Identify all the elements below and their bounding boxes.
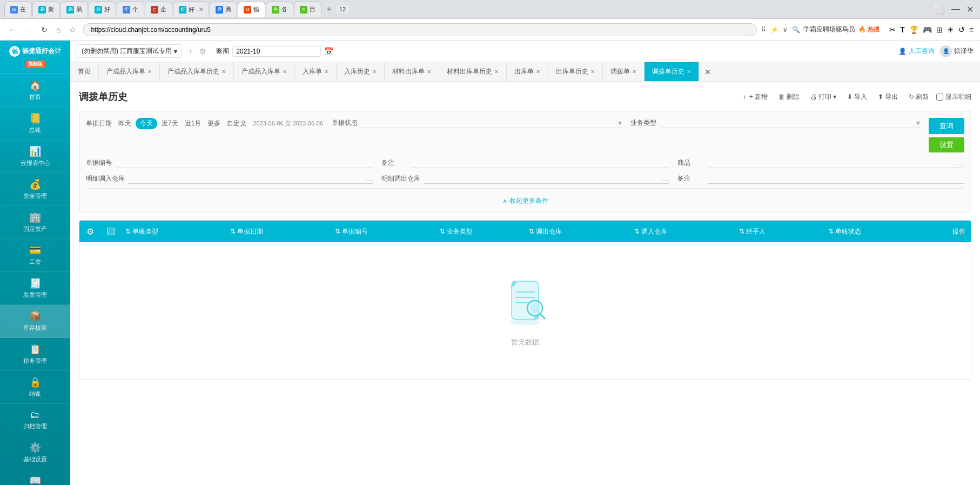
th-doc-type[interactable]: ⇅ 单账类型 bbox=[120, 227, 225, 236]
tab-close-icon[interactable]: ✕ bbox=[283, 69, 287, 75]
tab-close-icon[interactable]: ✕ bbox=[372, 69, 377, 75]
browser-tab-5[interactable]: 个 个 bbox=[117, 1, 144, 17]
th-handler[interactable]: ⇅ 经手人 bbox=[734, 227, 823, 236]
doc-no-input[interactable] bbox=[116, 158, 373, 168]
sidebar-item-invoice[interactable]: 🧾 发票管理 bbox=[0, 272, 70, 305]
browser-tab-10[interactable]: 各 各 bbox=[266, 1, 293, 17]
close-all-tabs-button[interactable]: ✕ bbox=[699, 63, 716, 81]
home-button[interactable]: ⌂ bbox=[54, 23, 63, 36]
refresh-button[interactable]: ↻ 刷新 bbox=[905, 91, 932, 103]
last7-option[interactable]: 近7天 bbox=[159, 118, 180, 129]
delete-button[interactable]: 🗑 删除 bbox=[775, 91, 803, 103]
new-button[interactable]: ＋ + 新增 bbox=[738, 91, 771, 103]
th-biz-type[interactable]: ⇅ 业务类型 bbox=[434, 227, 523, 236]
sidebar-item-inventory[interactable]: 📦 库存核算 bbox=[0, 305, 70, 338]
collapse-button[interactable]: ∧ 收起更多条件 bbox=[502, 196, 548, 205]
goods-input[interactable] bbox=[708, 158, 957, 168]
tab-product-in[interactable]: 产成品入库单 ✕ bbox=[99, 62, 160, 82]
window-controls[interactable]: ⬜ — ✕ bbox=[932, 4, 976, 15]
browser-tab-6[interactable]: C 企 bbox=[145, 1, 172, 17]
tab-close-icon[interactable]: ✕ bbox=[147, 69, 152, 75]
sidebar-item-close[interactable]: 🔒 结账 bbox=[0, 371, 70, 404]
detail-remark-input[interactable] bbox=[708, 174, 964, 184]
tab-out-hist[interactable]: 出库单历史 ✕ bbox=[548, 62, 603, 82]
th-doc-date[interactable]: ⇅ 单据日期 bbox=[225, 227, 330, 236]
sidebar-item-ledger[interactable]: 📒 总账 bbox=[0, 107, 70, 140]
last-month-option[interactable]: 近1月 bbox=[183, 118, 204, 129]
goods-ellipsis-icon[interactable]: … bbox=[957, 158, 964, 167]
custom-option[interactable]: 自定义 bbox=[225, 118, 249, 129]
filter-settings-button[interactable]: 设置 bbox=[929, 137, 964, 152]
detail-out-wh-ellipsis-icon[interactable]: … bbox=[661, 174, 669, 183]
address-input[interactable] bbox=[83, 23, 757, 36]
display-toggle-checkbox[interactable] bbox=[936, 94, 943, 101]
tab-close-icon[interactable]: ✕ bbox=[687, 69, 691, 75]
display-toggle[interactable]: 显示明细 bbox=[936, 92, 971, 102]
tab-close-icon[interactable]: ✕ bbox=[536, 69, 540, 75]
sidebar-item-finance[interactable]: 💰 资金管理 bbox=[0, 173, 70, 206]
export-button[interactable]: ⬆ 导出 bbox=[875, 91, 901, 103]
tab-close-icon[interactable]: ✕ bbox=[427, 69, 431, 75]
browser-tab-11[interactable]: S 目 bbox=[294, 1, 321, 17]
tab-transfer-hist[interactable]: 调拨单历史 ✕ bbox=[645, 62, 699, 82]
th-doc-status[interactable]: ⇅ 单账状态 bbox=[823, 227, 928, 236]
browser-tab-9[interactable]: M 畅 bbox=[238, 1, 265, 17]
detail-in-wh-input[interactable] bbox=[128, 174, 365, 183]
tab-material-out[interactable]: 材料出库单 ✕ bbox=[385, 62, 439, 82]
user-info[interactable]: 👤 徐泽华 bbox=[940, 45, 974, 57]
th-out-wh[interactable]: ⇅ 调出仓库 bbox=[523, 227, 628, 236]
doc-status-dropdown-icon[interactable]: ▾ bbox=[618, 118, 622, 127]
query-button[interactable]: 查询 bbox=[929, 118, 964, 134]
back-button[interactable]: ← bbox=[6, 23, 18, 36]
detail-in-wh-ellipsis-icon[interactable]: … bbox=[365, 174, 373, 183]
remark-input[interactable] bbox=[412, 158, 668, 168]
select-all-checkbox[interactable] bbox=[107, 228, 115, 235]
tab-stock-in[interactable]: 入库单 ✕ bbox=[295, 62, 337, 82]
sidebar-item-settings[interactable]: ⚙️ 基础设置 bbox=[0, 436, 70, 469]
tab-close-icon[interactable]: ✕ bbox=[590, 69, 595, 75]
detail-out-wh-input[interactable] bbox=[424, 174, 661, 183]
th-checkbox[interactable] bbox=[101, 228, 120, 235]
th-gear[interactable]: ⚙ bbox=[79, 227, 101, 237]
tab-close-icon[interactable]: ✕ bbox=[632, 69, 636, 75]
sidebar-item-salary[interactable]: 💳 工资 bbox=[0, 239, 70, 272]
service-button[interactable]: 👤 人工咨询 bbox=[898, 46, 935, 56]
yesterday-option[interactable]: 昨天 bbox=[116, 118, 133, 129]
add-company-button[interactable]: ＋ bbox=[186, 45, 195, 57]
browser-tab-1[interactable]: W 在 bbox=[4, 1, 32, 17]
company-select[interactable]: (勿删勿禁用) 江西服宝测试专用 ▾ bbox=[77, 44, 182, 58]
period-input[interactable] bbox=[232, 46, 321, 57]
tab-stock-in-hist[interactable]: 入库历史 ✕ bbox=[337, 62, 385, 82]
settings-company-icon[interactable]: ⚙ bbox=[199, 47, 206, 56]
biz-type-input[interactable] bbox=[661, 118, 916, 128]
browser-tab-2[interactable]: 易 新 bbox=[32, 1, 60, 17]
tab-close-icon[interactable]: ✕ bbox=[221, 69, 226, 75]
th-in-wh[interactable]: ⇅ 调入仓库 bbox=[629, 227, 734, 236]
today-option[interactable]: 今天 bbox=[136, 118, 157, 129]
tab-product-in-hist[interactable]: 产成品入库单历史 ✕ bbox=[160, 62, 234, 82]
tab-out-order[interactable]: 出库单 ✕ bbox=[507, 62, 548, 82]
biz-type-dropdown-icon[interactable]: ▾ bbox=[916, 118, 920, 127]
tab-material-out-hist[interactable]: 材料出库单历史 ✕ bbox=[439, 62, 507, 82]
refresh-button[interactable]: ↻ bbox=[39, 23, 50, 36]
calendar-icon[interactable]: 📅 bbox=[324, 47, 333, 56]
sidebar-item-report[interactable]: 📊 云报表中心 bbox=[0, 140, 70, 173]
browser-tab-3[interactable]: 易 易 bbox=[61, 1, 88, 17]
import-button[interactable]: ⬇ 导入 bbox=[844, 91, 870, 103]
bookmark-button[interactable]: ☆ bbox=[67, 23, 78, 36]
sidebar-item-home[interactable]: 🏠 首页 bbox=[0, 74, 70, 107]
sidebar-item-tax[interactable]: 📋 税务管理 bbox=[0, 338, 70, 371]
sidebar-item-archive[interactable]: 🗂 归档管理 bbox=[0, 404, 70, 436]
browser-tab-7[interactable]: 好 好 ✕ bbox=[173, 1, 209, 17]
doc-status-input[interactable] bbox=[362, 118, 617, 128]
tab-product-in2[interactable]: 产成品入库单 ✕ bbox=[234, 62, 295, 82]
sidebar-item-guide[interactable]: 📖 新手引导 bbox=[0, 469, 70, 485]
tab-close-icon[interactable]: ✕ bbox=[494, 69, 499, 75]
forward-button[interactable]: → bbox=[23, 23, 35, 36]
tab-close-icon[interactable]: ✕ bbox=[324, 69, 328, 75]
th-doc-no[interactable]: ⇅ 单据编号 bbox=[330, 227, 434, 236]
browser-tab-8[interactable]: 腾 腾 bbox=[210, 1, 237, 17]
tab-transfer[interactable]: 调拨单 ✕ bbox=[603, 62, 645, 82]
browser-tab-4[interactable]: 好 好 bbox=[89, 1, 116, 17]
more-option[interactable]: 更多 bbox=[205, 118, 223, 129]
